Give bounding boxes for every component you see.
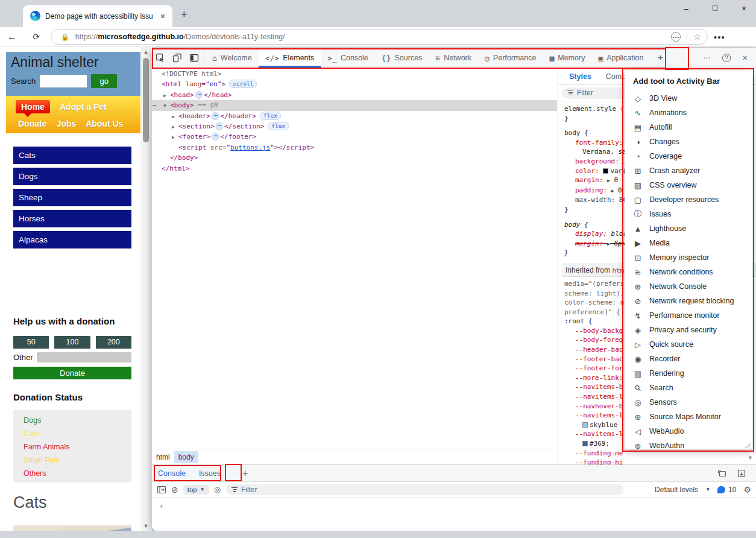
menu-item[interactable]: ◁ WebAudio <box>633 424 752 438</box>
console-filter-input[interactable]: Filter <box>225 484 623 495</box>
menu-item[interactable]: ◇ 3D View <box>633 91 752 106</box>
log-levels-select[interactable]: Default levels <box>655 486 698 494</box>
category-button[interactable]: Horses <box>13 210 131 227</box>
add-tool-button[interactable]: + <box>650 48 670 68</box>
devtools-more-icon[interactable]: ⋯ <box>703 54 710 62</box>
resize-grip[interactable] <box>745 442 751 448</box>
menu-item[interactable]: ◑ Changes <box>633 134 752 149</box>
devtools-help-icon[interactable]: ? <box>722 54 731 62</box>
category-button[interactable]: Alpacas <box>13 231 131 248</box>
amount-button[interactable]: 200 <box>96 336 131 349</box>
device-emulation-icon[interactable] <box>169 48 186 68</box>
menu-item[interactable]: ▷ Quick source <box>633 337 752 352</box>
menu-item[interactable]: ▤ Autofill <box>633 120 752 134</box>
amount-button[interactable]: 50 <box>13 336 49 349</box>
window-minimize-button[interactable]: – <box>680 4 692 13</box>
menu-item[interactable]: ▧ CSS overview <box>633 178 752 192</box>
styles-tab[interactable]: Styles <box>563 70 597 83</box>
category-button[interactable]: Sheep <box>13 189 131 206</box>
menu-item[interactable]: ⚲ Search <box>633 381 752 395</box>
scroll-down-icon[interactable]: ▼ <box>141 523 151 529</box>
scroll-up-icon[interactable]: ▲ <box>141 49 151 55</box>
move-drawer-icon[interactable] <box>717 469 727 478</box>
console-sidebar-icon[interactable] <box>157 485 166 495</box>
address-more-icon[interactable]: ••• <box>671 32 681 42</box>
browser-menu-icon[interactable]: ••• <box>714 32 725 42</box>
amount-button[interactable]: 100 <box>54 336 90 349</box>
menu-item[interactable]: ◉ Recorder <box>633 352 752 366</box>
console-output[interactable]: › <box>152 498 756 522</box>
terminal-icon: >_ <box>327 54 337 63</box>
menu-item[interactable]: ◎ Sensors <box>633 395 752 410</box>
browser-toolbar: ← ⟳ 🔒 https://microsoftedge.github.io/De… <box>0 27 756 47</box>
devtools-tab[interactable]: ≋ Network <box>429 48 478 68</box>
menu-item[interactable]: ⊕ Source Maps Monitor <box>633 410 752 424</box>
refresh-button[interactable]: ⟳ <box>24 32 48 42</box>
nav-item[interactable]: Donate <box>18 119 46 128</box>
inspect-element-icon[interactable] <box>152 48 169 68</box>
console-settings-gear-icon[interactable]: ⚙ <box>743 485 751 495</box>
menu-item[interactable]: ⊡ Memory inspector <box>633 250 752 265</box>
styles-scroll-down-icon[interactable]: ▼ <box>748 455 753 461</box>
devtools-tab[interactable]: ▣ Application <box>591 48 650 68</box>
window-close-button[interactable]: × <box>738 4 750 13</box>
devtools-close-icon[interactable]: × <box>743 53 748 63</box>
drawer-add-tab-button[interactable]: + <box>242 468 248 479</box>
menu-item[interactable]: ◈ Privacy and security <box>633 323 752 337</box>
search-input[interactable] <box>40 75 87 87</box>
menu-item[interactable]: ▢ Developer resources <box>633 192 752 207</box>
tab-close-icon[interactable]: × <box>158 11 168 21</box>
devtools-tab[interactable]: ◷ Performance <box>478 48 543 68</box>
drawer-tab[interactable]: Issues <box>199 469 221 478</box>
menu-item[interactable]: ≋ Network conditions <box>633 265 752 279</box>
devtools-tab[interactable]: {} Sources <box>375 48 429 68</box>
search-go-button[interactable]: go <box>91 74 117 88</box>
nav-item[interactable]: Home <box>16 100 50 113</box>
devtools-tab[interactable]: ⌂ Welcome <box>206 48 259 68</box>
menu-item[interactable]: ⊕ Network Console <box>633 279 752 294</box>
devtools-tab[interactable]: </> Elements <box>259 48 321 68</box>
performance-monitor-icon: ↯ <box>633 311 643 320</box>
menu-item[interactable]: ⊞ Crash analyzer <box>633 163 752 178</box>
devtools-tab[interactable]: ▦ Memory <box>543 48 591 68</box>
elements-tree[interactable]: <!DOCTYPE html><html lang="en">scroll▶<h… <box>152 69 557 448</box>
breadcrumb-item[interactable]: body <box>174 451 198 463</box>
scrollbar-thumb[interactable] <box>143 58 149 142</box>
menu-item[interactable]: ▥ Rendering <box>633 366 752 381</box>
activity-bar-position-icon[interactable] <box>186 48 203 68</box>
menu-item[interactable]: ⊘ Network request blocking <box>633 294 752 308</box>
devtools-tab[interactable]: >_ Console <box>321 48 375 68</box>
clear-console-icon[interactable]: ⊘ <box>171 485 178 495</box>
drawer-tab[interactable]: Console <box>158 469 186 478</box>
other-amount-input[interactable] <box>37 352 131 362</box>
new-tab-button[interactable]: + <box>181 8 187 21</box>
menu-item[interactable]: ↯ Performance monitor <box>633 308 752 323</box>
browser-tab[interactable]: Demo page with accessibility issu × <box>23 5 172 27</box>
donate-button[interactable]: Donate <box>13 367 131 379</box>
back-button[interactable]: ← <box>0 31 24 42</box>
window-maximize-button[interactable]: ▢ <box>709 4 721 13</box>
console-prompt[interactable]: › <box>159 502 163 510</box>
live-expression-eye-icon[interactable]: ◎ <box>214 485 221 494</box>
media-icon: ▶ <box>633 239 643 248</box>
category-button[interactable]: Cats <box>13 147 131 164</box>
breadcrumb-item[interactable]: html <box>152 451 174 463</box>
nav-item[interactable]: Jobs <box>56 119 76 128</box>
menu-item[interactable]: ∿ Animations <box>633 106 752 120</box>
page-scrollbar[interactable]: ▲ ▼ <box>141 47 151 531</box>
privacy-security-icon: ◈ <box>633 326 643 335</box>
javascript-context-select[interactable]: top▼ <box>183 485 209 495</box>
menu-item[interactable]: ⊚ WebAuthn <box>633 438 752 449</box>
menu-item[interactable]: ◔ Coverage <box>633 149 752 163</box>
favorites-star-icon[interactable]: ☆ <box>693 32 701 42</box>
menu-item[interactable]: ▲ Lighthouse <box>633 221 752 236</box>
dock-drawer-icon[interactable] <box>737 469 746 478</box>
category-button[interactable]: Dogs <box>13 168 131 185</box>
nav-item[interactable]: About Us <box>86 119 123 128</box>
nav-item[interactable]: Adopt a Pet <box>60 102 107 112</box>
menu-item[interactable]: ⓘ Issues <box>633 207 752 221</box>
address-bar[interactable]: 🔒 https://microsoftedge.github.io/Demos/… <box>51 29 708 45</box>
category-list: CatsDogsSheepHorsesAlpacas <box>13 147 131 252</box>
webaudio-icon: ◁ <box>633 427 643 436</box>
menu-item[interactable]: ▶ Media <box>633 236 752 250</box>
